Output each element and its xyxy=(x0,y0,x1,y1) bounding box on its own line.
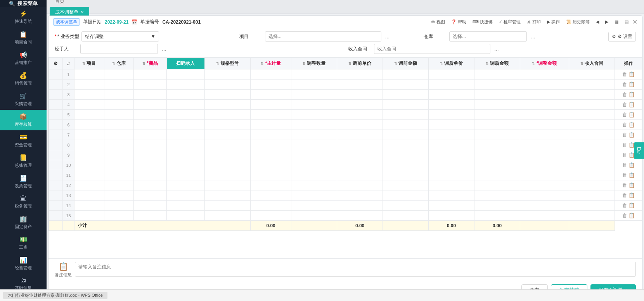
row-3-col-9[interactable] xyxy=(429,90,474,100)
notes-input[interactable] xyxy=(75,262,636,277)
row-13-col-4[interactable] xyxy=(204,190,250,201)
row-copy-11[interactable]: 📋 xyxy=(628,172,635,178)
row-14-col-2[interactable] xyxy=(134,201,167,211)
row-11-col-10[interactable] xyxy=(474,170,520,180)
row-copy-5[interactable]: 📋 xyxy=(628,112,635,118)
row-5-col-3[interactable] xyxy=(166,110,204,120)
row-6-col-6[interactable] xyxy=(291,120,337,130)
row-1-col-6[interactable] xyxy=(291,69,337,80)
row-9-col-10[interactable] xyxy=(474,150,520,160)
col-adjust-amount[interactable]: ⇅ *调整金额 xyxy=(520,58,569,69)
calendar-icon[interactable]: 📅 xyxy=(132,19,137,25)
row-12-col-7[interactable] xyxy=(337,180,383,190)
row-4-col-11[interactable] xyxy=(520,100,569,110)
project-input[interactable] xyxy=(265,31,381,42)
row-9-col-6[interactable] xyxy=(291,150,337,160)
row-2-col-11[interactable] xyxy=(520,80,569,90)
row-14-col-7[interactable] xyxy=(337,201,383,211)
handler-dots[interactable]: ... xyxy=(160,46,168,52)
row-copy-15[interactable]: 📋 xyxy=(628,213,635,218)
row-12-col-9[interactable] xyxy=(429,180,474,190)
row-4-col-5[interactable] xyxy=(250,100,291,110)
tab-home[interactable]: 首页 xyxy=(50,0,89,7)
row-delete-11[interactable]: 🗑 xyxy=(622,172,627,178)
sidebar-item-ledger[interactable]: 📒总账管理 xyxy=(0,151,47,171)
row-13-col-10[interactable] xyxy=(474,190,520,201)
income-contract-input[interactable] xyxy=(374,44,490,54)
row-11-income[interactable] xyxy=(569,170,615,180)
row-12-col-6[interactable] xyxy=(291,180,337,190)
row-3-col-7[interactable] xyxy=(337,90,383,100)
row-3-col-10[interactable] xyxy=(474,90,520,100)
row-7-income[interactable] xyxy=(569,130,615,140)
table-config-icon[interactable]: ⚙ xyxy=(54,61,58,66)
row-7-col-0[interactable] xyxy=(74,130,104,140)
row-copy-4[interactable]: 📋 xyxy=(628,102,635,107)
row-9-col-1[interactable] xyxy=(104,150,134,160)
row-12-col-0[interactable] xyxy=(74,180,104,190)
row-10-col-7[interactable] xyxy=(337,160,383,170)
row-5-col-11[interactable] xyxy=(520,110,569,120)
row-8-col-6[interactable] xyxy=(291,140,337,150)
action-btn[interactable]: ▶ 操作 xyxy=(545,18,562,26)
row-2-income[interactable] xyxy=(569,80,615,90)
row-1-col-0[interactable] xyxy=(74,69,104,80)
row-3-col-5[interactable] xyxy=(250,90,291,100)
row-5-col-0[interactable] xyxy=(74,110,104,120)
row-delete-6[interactable]: 🗑 xyxy=(622,122,627,128)
row-4-col-10[interactable] xyxy=(474,100,520,110)
row-7-col-10[interactable] xyxy=(474,130,520,140)
row-13-col-5[interactable] xyxy=(250,190,291,201)
row-8-col-3[interactable] xyxy=(166,140,204,150)
sidebar-item-quick-nav[interactable]: ⚡快速导航 xyxy=(0,7,47,28)
col-post-unit-price[interactable]: ⇅ 调后单价 xyxy=(429,58,474,69)
row-7-col-8[interactable] xyxy=(383,130,429,140)
row-11-col-8[interactable] xyxy=(383,170,429,180)
row-2-col-4[interactable] xyxy=(204,80,250,90)
row-7-col-7[interactable] xyxy=(337,130,383,140)
row-7-col-6[interactable] xyxy=(291,130,337,140)
row-copy-6[interactable]: 📋 xyxy=(628,122,635,128)
row-14-col-4[interactable] xyxy=(204,201,250,211)
row-6-col-2[interactable] xyxy=(134,120,167,130)
row-11-col-0[interactable] xyxy=(74,170,104,180)
row-15-col-2[interactable] xyxy=(134,211,167,221)
taskbar-item[interactable]: 木门行业好业财处理方案-墓红红.doc - WPS Office xyxy=(3,292,107,299)
row-1-col-10[interactable] xyxy=(474,69,520,80)
nav-prev[interactable]: ◀ xyxy=(594,19,601,25)
row-6-col-3[interactable] xyxy=(166,120,204,130)
row-14-col-9[interactable] xyxy=(429,201,474,211)
row-4-col-4[interactable] xyxy=(204,100,250,110)
col-unit[interactable]: ⇅ *主计量 xyxy=(250,58,291,69)
row-5-col-10[interactable] xyxy=(474,110,520,120)
row-12-col-3[interactable] xyxy=(166,180,204,190)
row-8-col-1[interactable] xyxy=(104,140,134,150)
col-pre-amount[interactable]: ⇅ 调前金额 xyxy=(383,58,429,69)
sidebar-item-project-contract[interactable]: 📋项目合同 xyxy=(0,28,47,48)
row-10-col-11[interactable] xyxy=(520,160,569,170)
row-14-income[interactable] xyxy=(569,201,615,211)
row-5-income[interactable] xyxy=(569,110,615,120)
row-3-col-8[interactable] xyxy=(383,90,429,100)
row-1-col-9[interactable] xyxy=(429,69,474,80)
sidebar-item-invoice[interactable]: 🧾发票管理 xyxy=(0,171,47,192)
row-4-col-2[interactable] xyxy=(134,100,167,110)
row-9-col-4[interactable] xyxy=(204,150,250,160)
row-9-col-3[interactable] xyxy=(166,150,204,160)
row-4-col-0[interactable] xyxy=(74,100,104,110)
project-dots[interactable]: ... xyxy=(384,33,391,40)
nav-next[interactable]: ▶ xyxy=(603,19,611,25)
row-10-col-10[interactable] xyxy=(474,160,520,170)
row-7-col-3[interactable] xyxy=(166,130,204,140)
row-copy-1[interactable]: 📋 xyxy=(628,71,635,77)
row-15-col-6[interactable] xyxy=(291,211,337,221)
layout-b[interactable]: ▤ xyxy=(622,19,631,25)
row-6-income[interactable] xyxy=(569,120,615,130)
row-delete-9[interactable]: 🗑 xyxy=(622,152,627,158)
tab-close-cost-adjust[interactable]: ✕ xyxy=(81,10,84,14)
row-copy-3[interactable]: 📋 xyxy=(628,92,635,97)
row-1-col-1[interactable] xyxy=(104,69,134,80)
row-13-col-6[interactable] xyxy=(291,190,337,201)
row-5-col-5[interactable] xyxy=(250,110,291,120)
row-6-col-1[interactable] xyxy=(104,120,134,130)
